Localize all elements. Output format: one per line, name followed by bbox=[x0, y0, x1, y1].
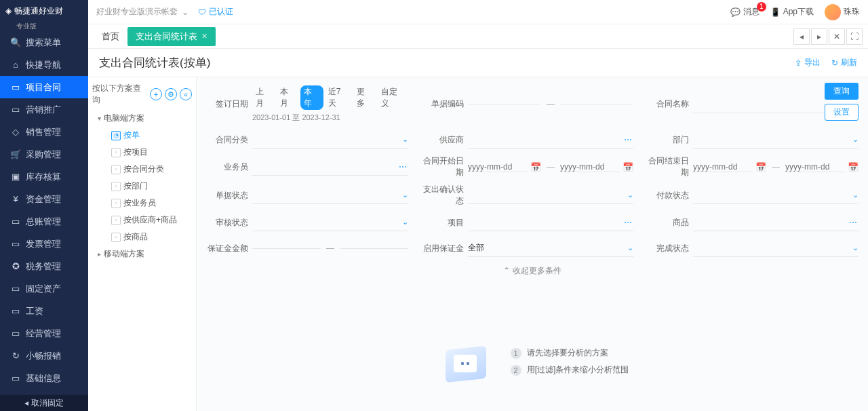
tree-node-pc[interactable]: ▾电脑端方案 bbox=[92, 110, 192, 127]
add-scheme-button[interactable]: + bbox=[150, 88, 162, 100]
quick-date-custom[interactable]: 自定义 bbox=[378, 85, 408, 110]
sidebar-unpin[interactable]: ◂ 取消固定 bbox=[0, 395, 88, 411]
sidebar-item-ledger[interactable]: ▭总账管理 bbox=[0, 210, 88, 233]
contract-cat-select[interactable]: ⌄ bbox=[252, 131, 408, 149]
calendar-icon[interactable]: 📅 bbox=[530, 162, 541, 172]
start-date-to[interactable] bbox=[560, 162, 620, 172]
tab-prev-button[interactable]: ◂ bbox=[793, 28, 810, 45]
tree-node-by-cat[interactable]: ▫按合同分类 bbox=[92, 161, 192, 178]
chevron-down-icon: ⌄ bbox=[852, 191, 859, 199]
sidebar-item-basic[interactable]: ▭基础信息 bbox=[0, 367, 88, 389]
messages-button[interactable]: 💬 消息 1 bbox=[730, 6, 760, 18]
pay-state-select[interactable]: ⌄ bbox=[693, 187, 859, 204]
product-picker[interactable]: ⋯ bbox=[693, 214, 859, 231]
date-range-text: 2023-01-01 至 2023-12-31 bbox=[252, 113, 340, 123]
doc-state-select[interactable]: ⌄ bbox=[252, 187, 408, 204]
quick-date-more[interactable]: 更多 bbox=[353, 85, 376, 110]
caret-down-icon: ▾ bbox=[98, 115, 101, 122]
main: 好业财专业版演示帐套 ⌄ 🛡 已认证 💬 消息 1 📱 App下载 bbox=[88, 0, 868, 411]
sidebar-item-sys[interactable]: ⚙系统管理 bbox=[0, 389, 88, 395]
account-name: 好业财专业版演示帐套 bbox=[96, 6, 178, 18]
calendar-icon[interactable]: 📅 bbox=[623, 162, 633, 172]
sidebar-item-tax[interactable]: ✪税务管理 bbox=[0, 255, 88, 277]
tree-node-by-doc[interactable]: ◔按单 bbox=[92, 127, 192, 144]
sidebar-item-contract[interactable]: ▭项目合同 bbox=[0, 76, 88, 98]
salesman-picker[interactable]: ⋯ bbox=[252, 158, 408, 176]
tab-next-button[interactable]: ▸ bbox=[811, 28, 827, 45]
tab-contract-report[interactable]: 支出合同统计表 ✕ bbox=[127, 27, 216, 46]
sidebar-item-sales[interactable]: ◇销售管理 bbox=[0, 121, 88, 143]
quick-date-lastmonth[interactable]: 上月 bbox=[252, 85, 275, 110]
tree-label: 按部门 bbox=[123, 180, 148, 192]
confirm-state-select[interactable]: ⌄ bbox=[468, 187, 633, 204]
select-value: 全部 bbox=[468, 242, 484, 254]
field-confirm-state: 支出确认状态 ⌄ bbox=[422, 184, 633, 207]
tree-node-by-salesman[interactable]: ▫按业务员 bbox=[92, 195, 192, 212]
sidebar-item-shortcut[interactable]: ⌂快捷导航 bbox=[0, 54, 88, 76]
more-icon: ⋯ bbox=[399, 162, 408, 172]
sidebar-item-salary[interactable]: ▭工资 bbox=[0, 300, 88, 322]
chevron-down-icon: ⌄ bbox=[852, 135, 859, 144]
quick-date-thisyear[interactable]: 本年 bbox=[300, 85, 323, 110]
node-icon: ▫ bbox=[111, 233, 121, 242]
supplier-picker[interactable]: ⋯ bbox=[468, 131, 633, 149]
end-date-to[interactable] bbox=[785, 162, 845, 172]
sidebar-item-search[interactable]: 🔍搜索菜单 bbox=[0, 31, 88, 54]
calendar-icon[interactable]: 📅 bbox=[755, 162, 766, 172]
collapse-panel-button[interactable]: « bbox=[180, 88, 192, 100]
end-date-from[interactable] bbox=[693, 162, 753, 172]
quick-date-thismonth[interactable]: 本月 bbox=[277, 85, 300, 110]
node-icon: ▫ bbox=[111, 216, 121, 225]
sidebar-item-biz[interactable]: ▭经营管理 bbox=[0, 322, 88, 345]
enable-deposit-select[interactable]: 全部⌄ bbox=[468, 239, 633, 257]
app-download-button[interactable]: 📱 App下载 bbox=[770, 6, 814, 18]
page-title: 支出合同统计表(按单) bbox=[99, 55, 210, 71]
complete-state-select[interactable]: ⌄ bbox=[693, 239, 859, 257]
calendar-icon[interactable]: 📅 bbox=[848, 162, 859, 172]
sidebar-item-reimburse[interactable]: ↻小畅报销 bbox=[0, 345, 88, 367]
sidebar-item-purchase[interactable]: 🛒采购管理 bbox=[0, 143, 88, 165]
sidebar-item-stock[interactable]: ▣库存核算 bbox=[0, 165, 88, 188]
tree-node-by-dept[interactable]: ▫按部门 bbox=[92, 178, 192, 195]
step-num: 1 bbox=[511, 348, 521, 359]
menu-label: 快捷导航 bbox=[26, 59, 61, 71]
sidebar-item-asset[interactable]: ▭固定资产 bbox=[0, 277, 88, 300]
tab-home[interactable]: 首页 bbox=[94, 27, 127, 46]
user-menu[interactable]: 珠珠 bbox=[825, 4, 860, 20]
sidebar-item-invoice[interactable]: ▭发票管理 bbox=[0, 233, 88, 255]
refresh-button[interactable]: ↻刷新 bbox=[831, 57, 857, 68]
box-icon: ▣ bbox=[11, 172, 20, 182]
export-label: 导出 bbox=[804, 57, 821, 68]
shield-icon: 🛡 bbox=[198, 7, 206, 17]
step-num: 2 bbox=[511, 365, 521, 376]
tree-label: 按业务员 bbox=[123, 197, 156, 209]
fullscreen-button[interactable]: ⛶ bbox=[846, 28, 863, 45]
query-button[interactable]: 查询 bbox=[825, 83, 859, 100]
field-product: 商品 ⋯ bbox=[647, 212, 859, 233]
export-button[interactable]: ⇪导出 bbox=[795, 57, 821, 68]
scheme-title: 按以下方案查询 bbox=[92, 83, 147, 106]
account-select[interactable]: 好业财专业版演示帐套 ⌄ bbox=[96, 6, 189, 18]
tree-node-by-project[interactable]: ▫按项目 bbox=[92, 144, 192, 161]
project-picker[interactable]: ⋯ bbox=[468, 214, 633, 231]
sidebar-item-marketing[interactable]: ▭营销推广 bbox=[0, 98, 88, 121]
sidebar-item-fund[interactable]: ¥资金管理 bbox=[0, 188, 88, 210]
dept-select[interactable]: ⌄ bbox=[693, 131, 859, 149]
list-icon: ▭ bbox=[11, 374, 20, 383]
start-date-from[interactable] bbox=[468, 162, 528, 172]
collapse-filters-button[interactable]: ⌃ 收起更多条件 bbox=[197, 261, 868, 280]
tree-node-by-supplier[interactable]: ▫按供应商+商品 bbox=[92, 212, 192, 229]
settings-button[interactable]: 设置 bbox=[825, 104, 859, 121]
tree-label: 按商品 bbox=[123, 231, 148, 243]
field-label: 商品 bbox=[647, 217, 689, 229]
quick-date-7days[interactable]: 近7天 bbox=[325, 85, 352, 110]
tree-node-mobile[interactable]: ▸移动端方案 bbox=[92, 246, 192, 262]
field-label: 保证金金额 bbox=[206, 243, 248, 254]
tab-close-all-button[interactable]: ✕ bbox=[829, 28, 845, 45]
tree-node-by-product[interactable]: ▫按商品 bbox=[92, 229, 192, 246]
audit-state-select[interactable]: ⌄ bbox=[252, 214, 408, 231]
close-icon[interactable]: ✕ bbox=[201, 32, 208, 41]
scheme-settings-button[interactable]: ⚙ bbox=[165, 88, 177, 100]
field-label: 支出确认状态 bbox=[422, 184, 464, 207]
field-label: 项目 bbox=[422, 217, 464, 229]
